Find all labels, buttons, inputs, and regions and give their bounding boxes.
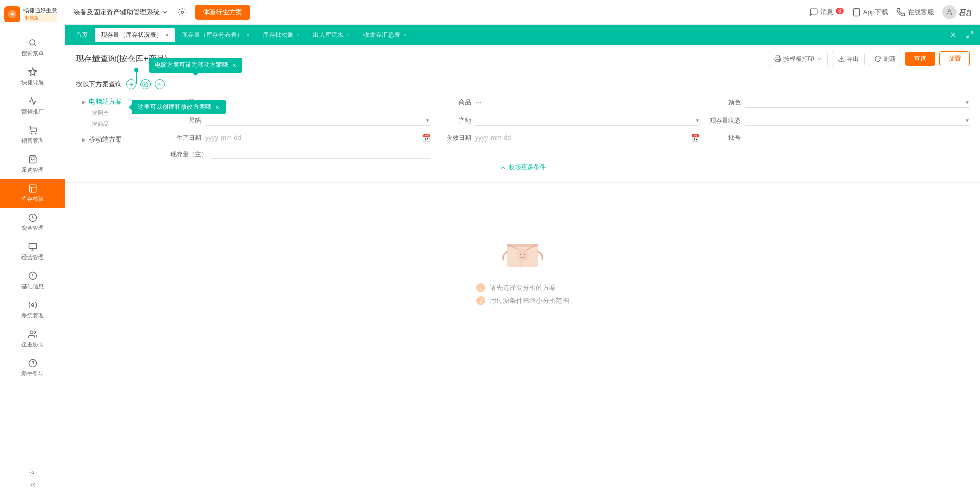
svg-point-13: [30, 331, 33, 334]
message-label: 消息: [820, 8, 834, 17]
svg-line-23: [970, 32, 973, 34]
sidebar-footer: [0, 462, 65, 495]
sidebar-item-operations[interactable]: 经营管理: [0, 237, 65, 266]
step2-num: 2: [476, 296, 485, 305]
user-avatar: [942, 5, 957, 19]
tab-batch-ledger-close[interactable]: ×: [297, 32, 300, 38]
sidebar-item-guide[interactable]: 新手引导: [0, 353, 65, 383]
header-right: 消息 8 App下载 在线客服 用户 Ea: [809, 5, 972, 19]
scheme-pc-chevron: ▶: [82, 99, 86, 105]
tab-recv-summary-close[interactable]: ×: [403, 32, 406, 38]
collapse-btn[interactable]: 收起更多条件: [76, 159, 970, 176]
stock-main-min[interactable]: [211, 151, 252, 158]
tab-home[interactable]: 首页: [69, 28, 94, 42]
tooltip2-close-btn[interactable]: ×: [215, 103, 219, 111]
scheme-pc-sub2[interactable]: 按商品: [86, 119, 156, 129]
header-settings-btn[interactable]: [175, 5, 189, 19]
filter-row-1: 按照仓 ··· 商品 ···: [170, 96, 970, 109]
sidebar-collapse-btn[interactable]: [29, 481, 37, 489]
stock-main-max[interactable]: [263, 151, 304, 158]
sidebar-item-basic-info[interactable]: 基础信息: [0, 266, 65, 295]
svg-rect-8: [29, 243, 36, 249]
tab-inventory-dist-close[interactable]: ×: [246, 32, 249, 38]
tooltip1-close-btn[interactable]: ×: [232, 61, 236, 69]
prod-date-calendar-icon[interactable]: 📅: [422, 134, 430, 142]
stock-main-dash: —: [254, 151, 261, 158]
filter-edit-btn[interactable]: [140, 79, 151, 89]
goods-input[interactable]: ···: [475, 96, 700, 109]
origin-dropdown[interactable]: ▼: [475, 115, 700, 126]
sidebar-item-marketing[interactable]: 营销推广: [0, 91, 65, 121]
empty-state: 1 请先选择要分析的方案 2 用过滤条件来缩小分析范围: [65, 183, 980, 346]
trial-btn[interactable]: 体验行业方案: [195, 5, 250, 20]
tab-close-all-btn[interactable]: [947, 29, 960, 41]
sidebar-item-purchase[interactable]: 采购管理: [0, 150, 65, 179]
logo-text: 畅捷通好生意: [23, 7, 57, 14]
query-btn[interactable]: 查询: [905, 52, 935, 66]
tooltip-pc-scheme: 电脑方案可设为移动方案哦 ×: [149, 58, 242, 73]
logo-icon: [4, 6, 20, 22]
exp-date-calendar-icon[interactable]: 📅: [691, 134, 700, 142]
size-dropdown[interactable]: ▼: [205, 115, 430, 126]
print-btn[interactable]: 按模板打印: [769, 52, 828, 66]
filter-row-3: 生产日期 📅 失效日期 📅: [170, 132, 970, 144]
stock-main-range: —: [211, 151, 430, 159]
empty-steps: 1 请先选择要分析的方案 2 用过滤条件来缩小分析范围: [476, 283, 569, 305]
color-dropdown[interactable]: ▼: [745, 98, 970, 108]
refresh-btn[interactable]: 刷新: [869, 52, 901, 66]
stock-status-dropdown[interactable]: ▼: [745, 115, 970, 126]
filter-batch: 批号: [710, 132, 970, 144]
tab-inventory-status[interactable]: 现存量（库存状况表） ×: [95, 28, 175, 42]
tab-inventory-status-close[interactable]: ×: [165, 32, 168, 38]
batch-input[interactable]: [745, 132, 970, 144]
ea-text: Ea: [960, 7, 972, 19]
tooltip2-arrow: [129, 104, 132, 110]
empty-illustration: [492, 224, 553, 275]
svg-point-32: [524, 254, 526, 255]
sidebar: 畅捷通好生意 标准版 搜索菜单 快捷导航 营销推广 销售管理: [0, 0, 65, 495]
tab-in-out-flow-close[interactable]: ×: [347, 32, 350, 38]
filter-fields: 按照仓 ··· 商品 ···: [162, 96, 970, 159]
system-name-select[interactable]: 装备及固定资产辅助管理系统: [74, 8, 169, 17]
tab-in-out-flow[interactable]: 出入库流水 ×: [307, 28, 356, 42]
setting-btn[interactable]: 设置: [939, 51, 970, 66]
exp-date-input[interactable]: [475, 132, 688, 144]
tooltip-create-scheme: 这里可以创建和修改方案哦 ×: [132, 100, 226, 114]
color-label: 颜色: [710, 98, 741, 107]
sidebar-item-sales[interactable]: 销售管理: [0, 121, 65, 150]
tab-maximize-btn[interactable]: [964, 29, 976, 41]
sidebar-item-inventory[interactable]: 库存核算: [0, 179, 65, 208]
sidebar-settings-btn[interactable]: [29, 468, 37, 477]
svg-rect-28: [507, 244, 538, 247]
sidebar-item-quick-nav[interactable]: 快捷导航: [0, 62, 65, 91]
tooltip-arrow: [192, 73, 199, 76]
header-left: 装备及固定资产辅助管理系统 体验行业方案: [74, 5, 250, 20]
prod-date-input[interactable]: [205, 132, 418, 144]
sidebar-item-finance[interactable]: 资金管理: [0, 208, 65, 237]
sidebar-item-search-menu[interactable]: 搜索菜单: [0, 33, 65, 62]
sidebar-item-system[interactable]: 系统管理: [0, 295, 65, 324]
online-support-label: 在线客服: [908, 8, 934, 17]
filter-origin: 产地 ▼: [440, 115, 700, 126]
svg-line-24: [967, 35, 969, 38]
app-logo: 畅捷通好生意 标准版: [0, 0, 65, 29]
filter-stock-status: 现存量状态 ▼: [710, 115, 970, 126]
message-btn[interactable]: 消息 8: [809, 8, 844, 17]
svg-point-31: [520, 254, 522, 255]
filter-row-4: 现存量（主） —: [170, 150, 970, 159]
filter-prod-date: 生产日期 📅: [170, 132, 430, 144]
sidebar-item-enterprise[interactable]: 企业协同: [0, 324, 65, 353]
system-name-text: 装备及固定资产辅助管理系统: [74, 8, 160, 17]
tab-batch-ledger[interactable]: 库存批次账 ×: [257, 28, 306, 42]
page-actions: 按模板打印 导出 刷新 查询 设置: [769, 51, 970, 66]
filter-row-2: 尺码 ▼ 产地: [170, 115, 970, 126]
filter-back-btn[interactable]: [155, 79, 165, 89]
tab-actions: [947, 29, 976, 41]
tab-recv-summary[interactable]: 收发存汇总表 ×: [357, 28, 412, 42]
online-support-btn[interactable]: 在线客服: [896, 8, 934, 17]
export-btn[interactable]: 导出: [832, 52, 865, 66]
tab-inventory-dist[interactable]: 现存量（库存分布表） ×: [176, 28, 255, 42]
app-download-btn[interactable]: App下载: [852, 8, 888, 17]
scheme-mobile[interactable]: ▶ 移动端方案: [76, 133, 156, 146]
warehouse-input[interactable]: ···: [205, 96, 430, 109]
